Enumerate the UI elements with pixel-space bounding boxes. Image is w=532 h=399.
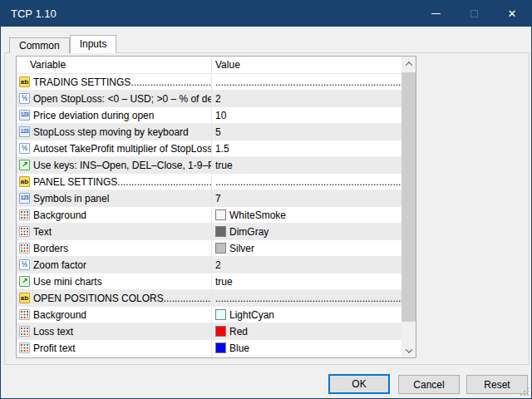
value-cell[interactable]: Blue (211, 340, 402, 356)
table-body: abTRADING SETTINGS......................… (17, 74, 402, 357)
table-row[interactable]: 123Price deviation during open10 (17, 107, 402, 124)
table-row[interactable]: TextDimGray (17, 224, 402, 240)
scroll-up-button[interactable] (401, 57, 416, 71)
value-label: DimGray (229, 226, 268, 238)
value-label: 5 (215, 126, 221, 138)
value-cell[interactable]: true (211, 157, 402, 173)
vertical-scrollbar[interactable] (401, 57, 416, 357)
dialog-window: TCP 1.10 ✕ Common Inputs Variable Value … (0, 0, 532, 399)
variable-label: Loss text (33, 326, 73, 337)
table-row[interactable]: ½Autoset TakeProfit multiplier of StopLo… (17, 140, 402, 157)
value-cell[interactable]: 2 (211, 257, 402, 273)
value-cell[interactable]: Silver (211, 240, 402, 256)
value-label: 1.5 (215, 143, 229, 155)
close-icon: ✕ (508, 7, 517, 20)
table-row[interactable]: ↗Use keys: INS–Open, DEL–Close, 1-9–Pa..… (17, 157, 402, 174)
table-row[interactable]: Loss textRed (17, 323, 402, 340)
tab-common[interactable]: Common (9, 37, 70, 53)
table-row[interactable]: ½Open StopLoss: <0 – USD; >0 – % of de..… (17, 91, 402, 107)
variable-label: PANEL SETTINGS..........................… (33, 176, 211, 188)
text-param-icon: ab (19, 176, 30, 187)
variable-label: Background (33, 209, 86, 221)
table-row[interactable]: BordersSilver (17, 240, 402, 257)
variable-cell: abPANEL SETTINGS........................… (17, 174, 211, 190)
value-cell[interactable]: DimGray (211, 224, 402, 239)
variable-label: Use mini charts (33, 276, 102, 288)
tab-inputs[interactable]: Inputs (70, 35, 117, 53)
value-cell[interactable]: true (211, 273, 402, 289)
table-row[interactable]: BackgroundWhiteSmoke (17, 207, 402, 224)
value-label: ........................................… (215, 176, 402, 188)
close-button[interactable]: ✕ (493, 1, 531, 27)
scroll-down-button[interactable] (401, 343, 416, 357)
variable-cell: Loss text (17, 323, 211, 339)
table-row[interactable]: abOPEN POSITIONS COLORS.................… (17, 290, 402, 307)
variable-label: Profit text (33, 342, 76, 354)
variable-cell: 123Price deviation during open (17, 107, 211, 123)
color-swatch (215, 342, 226, 353)
table-row[interactable]: ↗Use mini chartstrue (17, 273, 402, 290)
tab-label: Inputs (80, 38, 107, 50)
table-row[interactable]: 123Symbols in panel7 (17, 190, 402, 207)
column-divider[interactable] (211, 58, 212, 72)
reset-button[interactable]: Reset (466, 375, 528, 394)
minimize-button[interactable] (416, 1, 455, 27)
variable-label: Zoom factor (33, 259, 86, 271)
value-cell[interactable]: 2 (211, 91, 402, 106)
column-header-value: Value (215, 59, 240, 71)
value-cell[interactable]: ........................................… (211, 174, 402, 190)
value-label: true (215, 276, 233, 288)
variable-label: OPEN POSITIONS COLORS...................… (33, 293, 211, 304)
color-param-icon (19, 342, 30, 353)
variable-cell: ½Autoset TakeProfit multiplier of StopLo… (17, 140, 211, 156)
value-label: Red (229, 326, 248, 337)
value-label: 2 (215, 259, 221, 271)
color-param-icon (19, 309, 30, 320)
variable-cell: abTRADING SETTINGS......................… (17, 74, 211, 90)
value-cell[interactable]: 7 (211, 190, 402, 206)
cancel-button[interactable]: Cancel (398, 375, 460, 394)
variable-label: Use keys: INS–Open, DEL–Close, 1-9–Pa... (33, 160, 211, 171)
value-cell[interactable]: LightCyan (211, 307, 402, 323)
value-label: Silver (229, 243, 254, 254)
variable-label: Borders (33, 243, 68, 254)
color-param-icon (19, 209, 30, 220)
value-cell[interactable]: ........................................… (211, 74, 402, 90)
column-header-variable: Variable (30, 59, 66, 71)
table-row[interactable]: abTRADING SETTINGS......................… (17, 74, 402, 91)
table-row[interactable]: abPANEL SETTINGS........................… (17, 174, 402, 190)
chevron-down-icon (405, 346, 411, 352)
table-row[interactable]: ½Zoom factor2 (17, 257, 402, 273)
value-cell[interactable]: Red (211, 323, 402, 339)
scrollbar-thumb[interactable] (401, 72, 416, 322)
resize-grip-icon[interactable] (520, 387, 529, 396)
ok-button[interactable]: OK (328, 374, 390, 394)
variable-label: Text (33, 226, 52, 238)
titlebar[interactable]: TCP 1.10 ✕ (1, 1, 531, 27)
table-header: Variable Value (17, 57, 402, 74)
color-swatch (215, 243, 226, 254)
value-cell[interactable]: 1.5 (211, 140, 402, 156)
value-label: 7 (215, 193, 221, 204)
integer-param-icon: 123 (19, 126, 30, 137)
variable-cell: ½Open StopLoss: <0 – USD; >0 – % of de..… (17, 91, 211, 106)
value-label: ........................................… (215, 76, 402, 88)
table-row[interactable]: 123StopLoss step moving by keyboard5 (17, 124, 402, 140)
color-param-icon (19, 243, 30, 254)
bool-param-icon: ↗ (19, 276, 30, 287)
variable-cell: ½Zoom factor (17, 257, 211, 273)
minimize-icon (431, 13, 441, 14)
tab-strip: Common Inputs (9, 35, 116, 53)
color-swatch (215, 209, 226, 220)
value-cell[interactable]: 5 (211, 124, 402, 140)
value-cell[interactable]: ........................................… (211, 290, 402, 306)
value-cell[interactable]: 10 (211, 107, 402, 123)
value-cell[interactable]: WhiteSmoke (211, 207, 402, 223)
variable-label: Autoset TakeProfit multiplier of StopLos… (33, 143, 211, 155)
value-label: 2 (215, 93, 221, 105)
inputs-table: Variable Value abTRADING SETTINGS.......… (16, 56, 416, 358)
table-row[interactable]: Profit textBlue (17, 340, 402, 357)
variable-cell: ↗Use keys: INS–Open, DEL–Close, 1-9–Pa..… (17, 157, 211, 173)
table-row[interactable]: BackgroundLightCyan (17, 307, 402, 323)
integer-param-icon: 123 (19, 193, 30, 204)
